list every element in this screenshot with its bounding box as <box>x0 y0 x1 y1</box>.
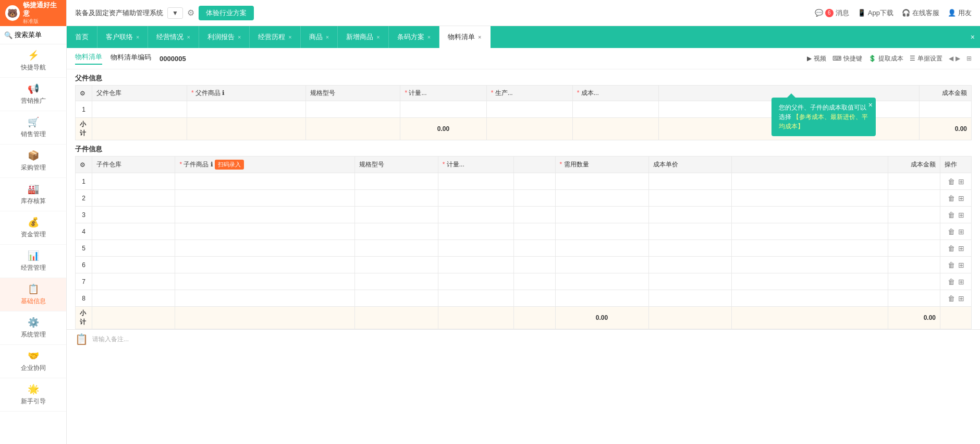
copy-row-icon[interactable]: ⊞ <box>958 278 964 286</box>
child-unit-price-cell[interactable] <box>648 273 731 290</box>
search-menu[interactable]: 🔍 搜索菜单 <box>0 26 66 44</box>
close-customer-tab[interactable]: × <box>136 34 139 40</box>
delete-row-icon[interactable]: 🗑 <box>948 244 955 253</box>
child-unit-price-cell[interactable] <box>648 223 731 240</box>
close-all-tabs[interactable]: × <box>965 33 980 41</box>
child-spec-cell[interactable] <box>355 290 438 307</box>
delete-row-icon[interactable]: 🗑 <box>948 211 955 219</box>
child-warehouse-cell[interactable] <box>92 173 175 190</box>
child-unit-cell[interactable] <box>438 257 513 273</box>
child-product-cell[interactable] <box>175 257 355 273</box>
sidebar-item-system[interactable]: ⚙️ 系统管理 <box>0 311 66 345</box>
child-spec-cell[interactable] <box>355 240 438 257</box>
child-warehouse-cell[interactable] <box>92 240 175 257</box>
child-unit-cell[interactable] <box>438 207 513 223</box>
parent-product-cell[interactable] <box>187 101 305 118</box>
child-unit-price-cell[interactable] <box>648 240 731 257</box>
sidebar-item-sales[interactable]: 🛒 销售管理 <box>0 111 66 145</box>
sidebar-item-enterprise[interactable]: 🤝 企业协同 <box>0 345 66 378</box>
child-product-cell[interactable] <box>175 207 355 223</box>
delete-row-icon[interactable]: 🗑 <box>948 194 955 202</box>
sidebar-item-operation[interactable]: 📊 经营管理 <box>0 245 66 278</box>
delete-row-icon[interactable]: 🗑 <box>948 278 955 286</box>
parent-col-gear[interactable]: ⚙ <box>76 86 92 101</box>
tab-profit[interactable]: 利润报告 × <box>199 26 250 48</box>
child-spec-cell[interactable] <box>355 190 438 207</box>
child-qty-cell[interactable] <box>555 257 648 273</box>
child-qty-cell[interactable] <box>555 290 648 307</box>
child-unit-price-cell[interactable] <box>648 257 731 273</box>
extract-cost-item[interactable]: 💲 提取成本 <box>868 54 903 63</box>
sub-tab-bom[interactable]: 物料清单 <box>75 52 102 65</box>
sidebar-item-basic-info[interactable]: 📋 基础信息 <box>0 278 66 311</box>
copy-row-icon[interactable]: ⊞ <box>958 211 964 219</box>
close-new-product-tab[interactable]: × <box>376 34 379 40</box>
child-spec-cell[interactable] <box>355 223 438 240</box>
tab-operation-status[interactable]: 经营情况 × <box>148 26 199 48</box>
close-operation-tab[interactable]: × <box>187 34 190 40</box>
child-col-gear[interactable]: ⚙ <box>76 157 92 173</box>
sidebar-item-finance[interactable]: 💰 资金管理 <box>0 211 66 245</box>
tooltip-close-button[interactable]: × <box>868 100 873 111</box>
child-qty-cell[interactable] <box>555 273 648 290</box>
close-barcode-tab[interactable]: × <box>427 34 431 40</box>
child-warehouse-cell[interactable] <box>92 207 175 223</box>
child-warehouse-cell[interactable] <box>92 273 175 290</box>
tab-barcode[interactable]: 条码方案 × <box>389 26 439 48</box>
child-qty-cell[interactable] <box>555 190 648 207</box>
child-unit-cell[interactable] <box>438 290 513 307</box>
child-qty-cell[interactable] <box>555 240 648 257</box>
parent-unit-cell[interactable] <box>400 101 486 118</box>
child-qty-cell[interactable] <box>555 207 648 223</box>
copy-row-icon[interactable]: ⊞ <box>958 294 964 303</box>
parent-production-cell[interactable] <box>486 101 572 118</box>
delete-row-icon[interactable]: 🗑 <box>948 261 955 269</box>
child-product-cell[interactable] <box>175 290 355 307</box>
app-download-item[interactable]: 📱 App下载 <box>858 8 893 18</box>
settings-icon[interactable]: ⚙ <box>187 8 194 18</box>
next-arrow[interactable]: ▶ <box>956 55 960 62</box>
child-unit-price-cell[interactable] <box>648 290 731 307</box>
child-product-cell[interactable] <box>175 223 355 240</box>
tab-history[interactable]: 经营历程 × <box>250 26 300 48</box>
sidebar-item-marketing[interactable]: 📢 营销推广 <box>0 78 66 111</box>
sidebar-item-quick-nav[interactable]: ⚡ 快捷导航 <box>0 44 66 78</box>
system-dropdown[interactable]: ▼ <box>167 7 183 19</box>
online-service-item[interactable]: 🎧 在线客服 <box>902 8 939 18</box>
child-spec-cell[interactable] <box>355 257 438 273</box>
close-product-tab[interactable]: × <box>326 34 329 40</box>
child-product-cell[interactable] <box>175 173 355 190</box>
close-profit-tab[interactable]: × <box>238 34 241 40</box>
child-unit-price-cell[interactable] <box>648 173 731 190</box>
child-unit-cell[interactable] <box>438 173 513 190</box>
scan-input-button[interactable]: 扫码录入 <box>215 160 244 170</box>
child-warehouse-cell[interactable] <box>92 290 175 307</box>
delete-row-icon[interactable]: 🗑 <box>948 177 955 186</box>
child-warehouse-cell[interactable] <box>92 190 175 207</box>
child-qty-cell[interactable] <box>555 223 648 240</box>
sidebar-item-inventory[interactable]: 🏭 库存核算 <box>0 178 66 211</box>
parent-spec-cell[interactable] <box>305 101 400 118</box>
child-unit-price-cell[interactable] <box>648 190 731 207</box>
experience-button[interactable]: 体验行业方案 <box>199 6 254 20</box>
user-item[interactable]: 👤 用友 <box>948 8 972 18</box>
tab-bom[interactable]: 物料清单 × <box>439 26 490 48</box>
child-product-cell[interactable] <box>175 190 355 207</box>
child-unit-cell[interactable] <box>438 223 513 240</box>
tab-home[interactable]: 首页 <box>67 26 97 48</box>
close-history-tab[interactable]: × <box>288 34 291 40</box>
shortcut-item[interactable]: ⌨ 快捷键 <box>832 54 862 63</box>
doc-settings-item[interactable]: ☰ 单据设置 <box>910 54 942 63</box>
child-warehouse-cell[interactable] <box>92 223 175 240</box>
child-warehouse-cell[interactable] <box>92 257 175 273</box>
child-unit-cell[interactable] <box>438 273 513 290</box>
prev-arrow[interactable]: ◀ <box>949 55 953 62</box>
copy-row-icon[interactable]: ⊞ <box>958 194 964 202</box>
tab-customer[interactable]: 客户联络 × <box>97 26 148 48</box>
grid-view-icon[interactable]: ⊞ <box>966 55 972 62</box>
child-unit-cell[interactable] <box>438 190 513 207</box>
copy-row-icon[interactable]: ⊞ <box>958 261 964 269</box>
copy-row-icon[interactable]: ⊞ <box>958 244 964 253</box>
child-spec-cell[interactable] <box>355 273 438 290</box>
delete-row-icon[interactable]: 🗑 <box>948 294 955 303</box>
